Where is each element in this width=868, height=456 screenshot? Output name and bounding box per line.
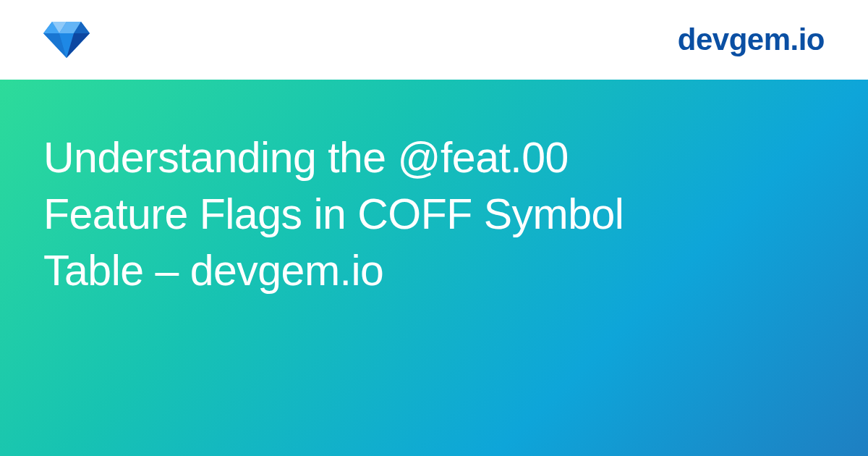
gem-icon bbox=[43, 22, 90, 58]
page-title: Understanding the @feat.00 Feature Flags… bbox=[43, 130, 694, 300]
header-bar: devgem.io bbox=[0, 0, 868, 80]
brand-text: devgem.io bbox=[678, 22, 825, 57]
hero-banner: Understanding the @feat.00 Feature Flags… bbox=[0, 80, 868, 456]
